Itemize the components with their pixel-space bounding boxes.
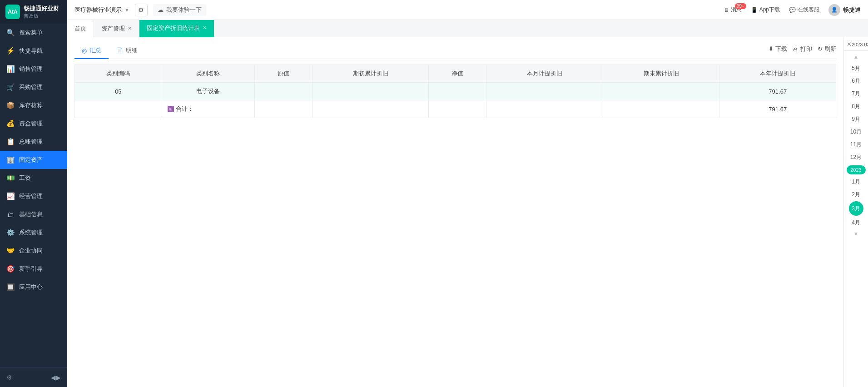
download-button[interactable]: ⬇ 下载	[769, 45, 787, 53]
close-depreciation-tab-icon[interactable]: ✕	[203, 25, 207, 31]
month-item-11[interactable]: 11月	[847, 139, 865, 150]
cell-code: 05	[75, 83, 162, 100]
month-item-2[interactable]: 2月	[847, 189, 865, 200]
sidebar-item-quicknav[interactable]: ⚡ 快捷导航	[0, 42, 67, 60]
panel-date-label: 2023.03	[852, 42, 868, 47]
guide-icon: 🎯	[6, 265, 15, 273]
total-original	[254, 100, 312, 118]
print-button[interactable]: 🖨 打印	[793, 45, 812, 53]
month-item-5[interactable]: 5月	[847, 62, 865, 74]
month-item-8[interactable]: 8月	[847, 100, 865, 112]
nav-up-icon[interactable]: ▲	[852, 52, 861, 62]
online-service-button[interactable]: 💬 在线客服	[789, 6, 819, 14]
month-item-9[interactable]: 9月	[847, 113, 865, 125]
app-download-button[interactable]: 📱 App下载	[751, 6, 780, 14]
total-label-text: 合计：	[176, 105, 193, 113]
sidebar-item-fixed[interactable]: 🏢 固定资产	[0, 151, 67, 169]
right-panel-header: ✕ 2023.03 ⤢	[844, 41, 868, 51]
month-item-3[interactable]: 3月	[849, 201, 863, 216]
ops-icon: 📈	[6, 192, 15, 200]
download-icon: 📱	[751, 7, 758, 13]
finance-icon: 💰	[6, 119, 15, 128]
col-header-name: 类别名称	[162, 65, 254, 83]
sidebar-item-ledger[interactable]: 📋 总账管理	[0, 133, 67, 151]
month-item-4[interactable]: 4月	[847, 217, 865, 228]
content-main: ◎ 汇总 📄 明细 ⬇ 下载 🖨 打印	[67, 37, 843, 387]
sidebar-item-sales[interactable]: 📊 销售管理	[0, 60, 67, 78]
sidebar-item-inventory[interactable]: 📦 库存核算	[0, 96, 67, 114]
month-item-7[interactable]: 7月	[847, 88, 865, 99]
ledger-icon: 📋	[6, 138, 15, 146]
month-item-10[interactable]: 10月	[847, 126, 865, 138]
sidebar-item-search[interactable]: 🔍 搜索菜单	[0, 24, 67, 42]
col-header-net: 净值	[429, 65, 486, 83]
sidebar-item-salary[interactable]: 💵 工资	[0, 169, 67, 187]
sidebar-item-system[interactable]: ⚙️ 系统管理	[0, 223, 67, 242]
sidebar-item-finance[interactable]: 💰 资金管理	[0, 114, 67, 133]
search-icon: 🔍	[6, 29, 15, 37]
year-tag-2023: 2023	[847, 165, 866, 174]
sub-tab-summary[interactable]: ◎ 汇总	[74, 43, 109, 59]
sub-tabs-right: ⬇ 下载 🖨 打印 ↻ 刷新	[769, 45, 836, 57]
col-header-code: 类别编码	[75, 65, 162, 83]
sub-tabs: ◎ 汇总 📄 明细 ⬇ 下载 🖨 打印	[74, 43, 836, 59]
sidebar-item-guide[interactable]: 🎯 新手引导	[0, 260, 67, 278]
topbar-right: 🖥 消息 99+ 📱 App下载 💬 在线客服 👤 畅捷通	[724, 4, 861, 16]
fixed-icon: 🏢	[6, 156, 15, 164]
sidebar-item-appstore[interactable]: 🔲 应用中心	[0, 278, 67, 296]
sales-icon: 📊	[6, 65, 15, 73]
sidebar-item-basic[interactable]: 🗂 基础信息	[0, 205, 67, 223]
total-label-cell: ⊞ 合计：	[162, 100, 254, 118]
cell-initial-depr	[312, 83, 429, 100]
tab-home[interactable]: 首页	[67, 20, 94, 37]
settings-footer-icon[interactable]: ⚙	[6, 374, 12, 381]
topbar-settings-button[interactable]: ⚙	[135, 4, 148, 16]
main-area: 医疗器械行业演示 ▼ ⚙ ☁ 我要体验一下 🖥 消息 99+ 📱 App下载 💬…	[67, 0, 868, 387]
user-menu[interactable]: 👤 畅捷通	[828, 4, 861, 16]
cell-original	[254, 83, 312, 100]
cloud-icon: ☁	[158, 6, 164, 13]
content-area: ◎ 汇总 📄 明细 ⬇ 下载 🖨 打印	[67, 37, 868, 387]
message-badge: 99+	[735, 3, 746, 9]
gear-icon: ⚙	[138, 6, 144, 14]
topbar: 医疗器械行业演示 ▼ ⚙ ☁ 我要体验一下 🖥 消息 99+ 📱 App下载 💬…	[67, 0, 868, 20]
sidebar-scroll: 🔍 搜索菜单 ⚡ 快捷导航 📊 销售管理 🛒 采购管理 📦 库存核算 💰 资金管…	[0, 24, 67, 367]
message-icon: 🖥	[724, 7, 729, 13]
sidebar-item-ops[interactable]: 📈 经营管理	[0, 187, 67, 205]
refresh-button[interactable]: ↻ 刷新	[818, 45, 836, 53]
download-icon: ⬇	[769, 45, 774, 52]
nav-down-icon[interactable]: ▼	[852, 229, 861, 239]
cell-name: 电子设备	[162, 83, 254, 100]
panel-close-icon[interactable]: ✕	[847, 41, 852, 48]
depreciation-table: 类别编码 类别名称 原值 期初累计折旧 净值 本月计提折旧 期末累计折旧 本年计…	[74, 64, 836, 118]
total-period-end-depr	[603, 100, 719, 118]
experience-button[interactable]: ☁ 我要体验一下	[153, 4, 206, 16]
purchase-icon: 🛒	[6, 83, 15, 91]
collapse-icon[interactable]: ◀▶	[51, 374, 61, 381]
month-item-12[interactable]: 12月	[847, 151, 865, 163]
inventory-icon: 📦	[6, 101, 15, 109]
col-header-initial-depr: 期初累计折旧	[312, 65, 429, 83]
sidebar-item-collab[interactable]: 🤝 企业协同	[0, 242, 67, 260]
tabs-bar: 首页 资产管理 ✕ 固定资产折旧统计表 ✕	[67, 20, 868, 37]
system-icon: ⚙️	[6, 228, 15, 237]
summary-icon: ◎	[82, 47, 87, 54]
close-assets-tab-icon[interactable]: ✕	[128, 25, 132, 31]
total-icon: ⊞	[168, 106, 174, 112]
tab-depreciation[interactable]: 固定资产折旧统计表 ✕	[139, 20, 214, 37]
sidebar: AtA 畅捷通好业财 普及版 🔍 搜索菜单 ⚡ 快捷导航 📊 销售管理 🛒 采购…	[0, 0, 67, 387]
company-selector[interactable]: 医疗器械行业演示 ▼	[74, 6, 129, 14]
basic-icon: 🗂	[6, 211, 15, 218]
month-item-1[interactable]: 1月	[847, 176, 865, 188]
sidebar-footer: ⚙ ◀▶	[0, 367, 67, 387]
sidebar-item-purchase[interactable]: 🛒 采购管理	[0, 78, 67, 96]
avatar: 👤	[828, 4, 840, 16]
total-empty-code	[75, 100, 162, 118]
sub-tab-detail[interactable]: 📄 明细	[109, 43, 145, 59]
col-header-period-end-depr: 期末累计折旧	[603, 65, 719, 83]
month-item-6[interactable]: 6月	[847, 75, 865, 87]
logo-icon: AtA	[5, 5, 20, 19]
detail-icon: 📄	[116, 47, 123, 54]
tab-assets[interactable]: 资产管理 ✕	[94, 20, 139, 37]
message-button[interactable]: 🖥 消息 99+	[724, 6, 742, 14]
